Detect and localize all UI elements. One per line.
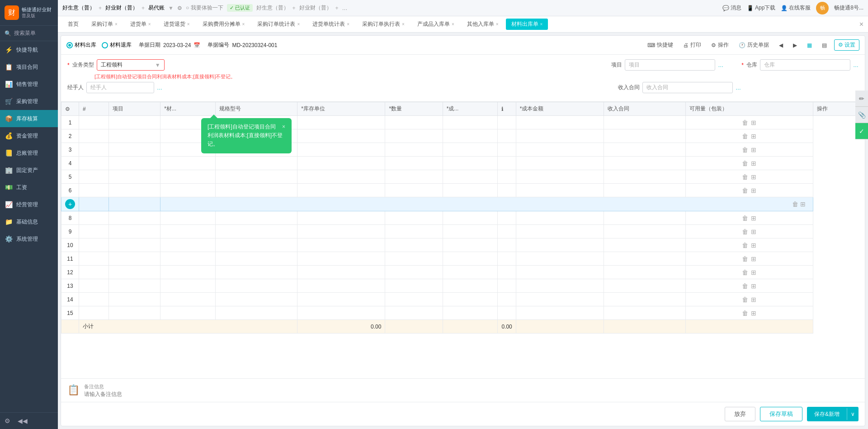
row-available[interactable] [604, 116, 685, 129]
save-new-label[interactable]: 保存&新增 [807, 408, 847, 421]
biz-type-input[interactable]: 工程领料 ▼ [97, 59, 165, 71]
shortcut-key-btn[interactable]: ⌨ 快捷键 [645, 40, 676, 50]
save-new-btn[interactable]: 保存&新增 ∨ [807, 407, 859, 421]
tab-close-purchase[interactable]: × [115, 22, 118, 27]
row-qty[interactable] [297, 116, 385, 129]
tab-close-purchase-fee[interactable]: × [242, 22, 245, 27]
save-new-arrow[interactable]: ∨ [847, 408, 859, 420]
delete-row-icon[interactable]: 🗑 [742, 173, 748, 181]
tab-close-purchase-stats[interactable]: × [297, 22, 300, 27]
tab-close-material-out[interactable]: × [540, 22, 543, 27]
copy-row-icon[interactable]: ⊞ [751, 146, 756, 153]
sidebar-item-shortcut[interactable]: ⚡ 快捷导航 [0, 41, 58, 58]
delete-row-icon[interactable]: 🗑 [742, 160, 748, 167]
user-avatar[interactable]: 畅 [816, 2, 829, 14]
user-name[interactable]: 畅捷通8号... [834, 4, 863, 12]
tab-goods-in[interactable]: 进货单× [125, 19, 156, 30]
history-btn[interactable]: 🕐 历史单据 [736, 40, 772, 50]
copy-row-icon[interactable]: ⊞ [751, 282, 756, 290]
delete-row-icon[interactable]: 🗑 [742, 133, 748, 140]
message-btn[interactable]: 💬 消息 [722, 4, 741, 12]
project-dots[interactable]: … [718, 62, 723, 68]
delete-add-icon[interactable]: 🗑 [792, 200, 798, 208]
copy-row-icon[interactable]: ⊞ [751, 228, 756, 235]
collapse-icon[interactable]: ◀◀ [18, 417, 28, 424]
nav-good-biz2[interactable]: 好生意（普） [256, 4, 289, 12]
trial-btn[interactable]: ○ 我要体验一下 [186, 4, 223, 12]
copy-row-icon[interactable]: ⊞ [751, 269, 756, 276]
sidebar-item-ops[interactable]: 📈 经营管理 [0, 196, 58, 213]
sidebar-item-inventory[interactable]: 📦 库存核算 [0, 110, 58, 127]
delete-row-icon[interactable]: 🗑 [742, 255, 748, 262]
tab-product-in[interactable]: 产成品入库单× [412, 19, 460, 30]
tab-purchase-order[interactable]: 采购订单× [86, 19, 123, 30]
sidebar-item-project[interactable]: 📋 项目合同 [0, 58, 58, 76]
sidebar-item-basic[interactable]: 📁 基础信息 [0, 213, 58, 230]
online-service-btn[interactable]: 👤 在线客服 [781, 4, 811, 12]
delete-row-icon[interactable]: 🗑 [742, 310, 748, 317]
operation-btn[interactable]: ⚙ 操作 [708, 40, 731, 50]
sidebar-item-purchase[interactable]: 🛒 采购管理 [0, 93, 58, 110]
copy-row-icon[interactable]: ⊞ [751, 310, 756, 317]
handler-input[interactable]: 经手人 [86, 82, 154, 93]
row-cost[interactable] [385, 116, 443, 129]
app-download-btn[interactable]: 📱 App下载 [747, 4, 775, 12]
add-row[interactable]: + 🗑 ⊞ [61, 197, 865, 211]
tab-material-out[interactable]: 材料出库单× [506, 19, 548, 30]
close-all-tabs[interactable]: × [859, 20, 863, 29]
sidebar-item-system[interactable]: ⚙️ 系统管理 [0, 230, 58, 248]
delete-row-icon[interactable]: 🗑 [742, 282, 748, 290]
sidebar-item-capital[interactable]: 💰 资金管理 [0, 127, 58, 144]
radio-material-out[interactable]: 材料出库 [66, 41, 96, 49]
prev-btn[interactable]: ◀ [776, 41, 786, 50]
tab-close-goods-stats[interactable]: × [347, 22, 349, 27]
settings-icon[interactable]: ⚙ [5, 417, 10, 424]
tab-purchase-stats[interactable]: 采购订单统计表× [252, 19, 305, 30]
copy-row-icon[interactable]: ⊞ [751, 187, 756, 194]
row-material[interactable] [109, 116, 160, 129]
settings-btn[interactable]: ⚙ 设置 [834, 39, 859, 51]
delete-row-icon[interactable]: 🗑 [742, 296, 748, 303]
copy-row-icon[interactable]: ⊞ [751, 255, 756, 262]
tab-close-purchase-exec[interactable]: × [402, 22, 405, 27]
next-btn[interactable]: ▶ [790, 41, 800, 50]
nav-good-finance[interactable]: 好业财（普） [105, 4, 138, 12]
tab-other-in[interactable]: 其他入库单× [462, 19, 504, 30]
th-settings[interactable]: ⚙ [61, 102, 79, 116]
print-btn[interactable]: 🖨 打印 [680, 40, 704, 50]
grid-compact-btn[interactable]: ▤ [819, 41, 830, 50]
tab-purchase-fee[interactable]: 采购费用分摊单× [197, 19, 250, 30]
add-row-btn[interactable]: + [65, 199, 75, 209]
notes-input[interactable] [84, 391, 859, 397]
income-contract-dots[interactable]: … [736, 85, 741, 91]
delete-row-icon[interactable]: 🗑 [742, 187, 748, 194]
delete-row-icon[interactable]: 🗑 [742, 242, 748, 249]
tab-close-goods-return[interactable]: × [187, 22, 190, 27]
handler-dots[interactable]: … [157, 85, 162, 91]
copy-row-icon[interactable]: ⊞ [751, 160, 756, 167]
tab-goods-stats[interactable]: 进货单统计表× [307, 19, 355, 30]
tab-goods-return[interactable]: 进货退货× [158, 19, 195, 30]
nav-more[interactable]: … [342, 5, 348, 11]
right-green-icon[interactable]: ✓ [855, 123, 868, 139]
delete-row-icon[interactable]: 🗑 [742, 214, 748, 222]
income-contract-input[interactable]: 收入合同 [642, 82, 733, 93]
nav-good-finance2[interactable]: 好业财（普） [299, 4, 332, 12]
nav-easy-account[interactable]: 易代账 [148, 4, 165, 12]
radio-material-return[interactable]: 材料退库 [102, 41, 132, 49]
warehouse-dots[interactable]: … [853, 62, 859, 68]
delete-row-icon[interactable]: 🗑 [742, 146, 748, 153]
save-draft-btn[interactable]: 保存草稿 [760, 407, 802, 421]
tab-home[interactable]: 首页 [62, 19, 84, 30]
copy-row-icon[interactable]: ⊞ [751, 119, 756, 126]
delete-row-icon[interactable]: 🗑 [742, 228, 748, 235]
sidebar-item-payroll[interactable]: 💵 工资 [0, 179, 58, 196]
warehouse-input[interactable]: 仓库 [760, 59, 850, 71]
row-project[interactable] [79, 116, 109, 129]
copy-row-icon[interactable]: ⊞ [751, 133, 756, 140]
copy-row-icon[interactable]: ⊞ [751, 296, 756, 303]
project-input[interactable]: 项目 [625, 59, 715, 71]
nav-good-biz[interactable]: 好生意（普） [62, 4, 95, 12]
copy-row-icon[interactable]: ⊞ [751, 242, 756, 249]
date-value[interactable]: 2023-03-24 [163, 42, 191, 48]
